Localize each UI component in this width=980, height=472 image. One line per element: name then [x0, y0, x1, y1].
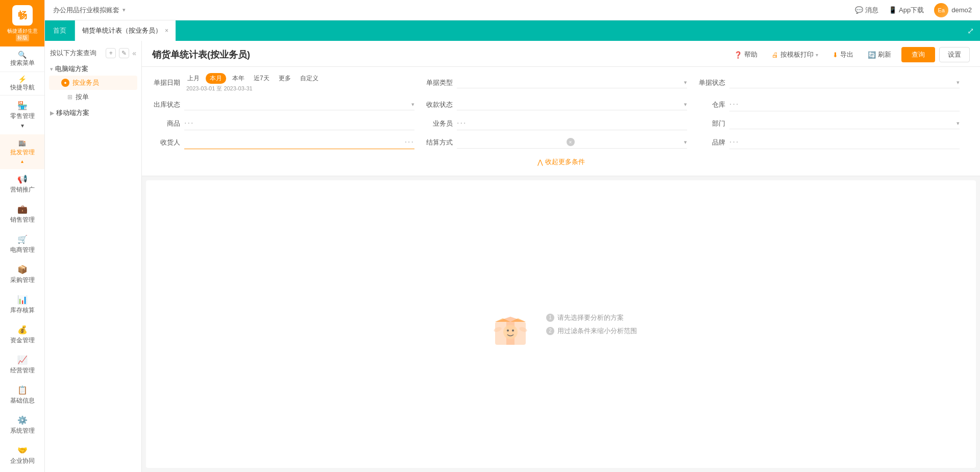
date-tab-this-month[interactable]: 本月 [206, 73, 226, 84]
sidebar-item-label-coop: 企业协同 [10, 457, 35, 465]
help-btn[interactable]: ❓ 帮助 [730, 48, 762, 61]
query-button[interactable]: 查询 [901, 47, 935, 62]
user-section[interactable]: Ea demo2 [934, 3, 972, 17]
doc-type-chevron: ▾ [684, 79, 687, 86]
tip-row-1: 1 请先选择要分析的方案 [546, 311, 637, 324]
sidebar-wholesale[interactable]: 🏬 批发管理 ▴ [0, 134, 44, 169]
tip-row-2: 2 用过滤条件来缩小分析范围 [546, 324, 637, 338]
mobile-group-header[interactable]: ▶ 移动端方案 [45, 106, 141, 120]
tab-active[interactable]: 销货单统计表（按业务员） × [75, 20, 176, 41]
messages-label: 消息 [865, 6, 878, 15]
sidebar-inventory[interactable]: 📊 库存核算 [0, 290, 44, 320]
doc-type-input[interactable]: ▾ [457, 77, 687, 88]
empty-tips: 1 请先选择要分析的方案 2 用过滤条件来缩小分析范围 [546, 311, 637, 338]
message-icon: 💬 [855, 6, 863, 14]
sidebar-sales[interactable]: 💼 销售管理 [0, 199, 44, 229]
sidebar-shortcut[interactable]: ⚡ 快捷导航 [0, 72, 44, 96]
out-status-input[interactable]: ▾ [184, 99, 414, 110]
mobile-arrow: ▶ [50, 110, 54, 116]
sidebar-search[interactable]: 🔍 搜索菜单 [0, 46, 44, 72]
scheme-by-order[interactable]: ⊞ 按单 [49, 90, 137, 104]
print-btn[interactable]: 🖨 按模板打印 ▾ [768, 48, 822, 61]
doc-status-input[interactable]: ▾ [729, 77, 960, 88]
filter-row-4: 收货人 ··· 结算方式 × ▾ [152, 135, 970, 149]
warehouse-dots: ··· [729, 100, 739, 109]
empty-content: 1 请先选择要分析的方案 2 用过滤条件来缩小分析范围 [485, 299, 637, 350]
operation-icon: 📈 [17, 355, 28, 365]
filter-goods: 商品 ··· [152, 116, 425, 130]
edit-scheme-btn[interactable]: ✎ [119, 48, 129, 58]
add-scheme-btn[interactable]: + [106, 48, 116, 58]
sidebar-item-retail[interactable]: 🏪 零售管理 ▾ [0, 96, 44, 134]
tab-expand-btn[interactable]: ⤢ [961, 20, 980, 41]
payment-status-input[interactable]: ▾ [457, 99, 687, 110]
goods-input[interactable]: ··· [184, 116, 414, 130]
settlement-label: 结算方式 [425, 138, 453, 147]
help-label: 帮助 [744, 50, 757, 59]
pc-group-header[interactable]: ▾ 电脑端方案 [49, 62, 137, 76]
sidebar-purchase[interactable]: 📦 采购管理 [0, 259, 44, 290]
consignee-input[interactable]: ··· [184, 135, 414, 149]
wholesale-arrow: ▴ [21, 158, 23, 164]
sidebar-system[interactable]: ⚙️ 系统管理 [0, 410, 44, 440]
sidebar-item-wholesale-group[interactable]: 🏬 批发管理 ▴ [0, 134, 44, 169]
sales-icon: 💼 [17, 204, 28, 214]
pc-group-label: 电脑端方案 [55, 64, 88, 74]
settlement-input[interactable]: × ▾ [457, 136, 687, 149]
sidebar-finance[interactable]: 💰 资金管理 [0, 320, 44, 350]
collapse-filter-btn[interactable]: ⋀ 收起更多条件 [152, 154, 970, 170]
tab-close-btn[interactable]: × [165, 27, 168, 34]
active-tab-label: 销货单统计表（按业务员） [82, 26, 162, 35]
scheme-by-salesperson[interactable]: ● 按业务员 [49, 76, 137, 90]
app-download-btn[interactable]: 📱 App下载 [889, 6, 924, 15]
brand-input[interactable]: ··· [729, 135, 960, 149]
sidebar-marketing[interactable]: 📢 营销推广 [0, 169, 44, 199]
panel-collapse-btn[interactable]: « [132, 49, 136, 57]
filter-row-2: 出库状态 ▾ 收款状态 ▾ 仓库 [152, 98, 970, 111]
coop-icon: 🤝 [17, 445, 28, 455]
workspace-dropdown-arrow[interactable]: ▾ [122, 7, 126, 13]
settlement-clear-btn[interactable]: × [567, 138, 575, 146]
print-dropdown-icon[interactable]: ▾ [816, 52, 818, 58]
avatar-text: Ea [938, 7, 945, 13]
refresh-btn[interactable]: 🔄 刷新 [864, 48, 895, 61]
pc-scheme-group: ▾ 电脑端方案 ● 按业务员 ⊞ 按单 [45, 62, 141, 104]
system-icon: ⚙️ [17, 415, 28, 425]
sidebar-coop[interactable]: 🤝 企业协同 [0, 440, 44, 470]
tip-num-1: 1 [546, 314, 554, 322]
date-tab-custom[interactable]: 自定义 [297, 73, 322, 84]
sidebar-ecommerce[interactable]: 🛒 电商管理 [0, 229, 44, 259]
goods-dots: ··· [184, 119, 194, 128]
sidebar-item-label-inventory: 库存核算 [10, 306, 35, 315]
date-label: 单据日期 [152, 78, 180, 87]
sidebar-basic[interactable]: 📋 基础信息 [0, 380, 44, 410]
filter-doc-status: 单据状态 ▾ [697, 77, 970, 88]
date-tab-last-month[interactable]: 上月 [184, 73, 203, 84]
date-tab-7days[interactable]: 近7天 [251, 73, 273, 84]
user-avatar[interactable]: Ea [934, 3, 948, 17]
active-scheme-dot: ● [61, 79, 69, 87]
settings-button[interactable]: 设置 [939, 47, 970, 62]
date-tab-this-year[interactable]: 本年 [229, 73, 248, 84]
scheme-salesperson-label: 按业务员 [72, 78, 99, 87]
date-tab-more[interactable]: 更多 [276, 73, 294, 84]
svg-point-2 [503, 325, 518, 339]
salesperson-input[interactable]: ··· [457, 116, 687, 130]
basic-icon: 📋 [17, 385, 28, 395]
messages-btn[interactable]: 💬 消息 [855, 6, 878, 15]
collapse-filter-label: 收起更多条件 [545, 157, 585, 167]
tab-home[interactable]: 首页 [45, 20, 75, 41]
sidebar-operation[interactable]: 📈 经营管理 [0, 350, 44, 380]
consignee-label: 收货人 [152, 138, 180, 147]
sidebar-logo[interactable]: 畅 畅捷通好生意 标版 [0, 0, 44, 46]
warehouse-input[interactable]: ··· [729, 98, 960, 111]
consignee-dots: ··· [405, 137, 414, 147]
export-btn[interactable]: ⬇ 导出 [828, 48, 857, 61]
content-area: 按以下方案查询 + ✎ « ▾ 电脑端方案 [45, 41, 980, 472]
app-download-label: App下载 [899, 6, 924, 15]
department-input[interactable]: ▾ [729, 118, 960, 129]
tip-num-2: 2 [546, 327, 554, 335]
filter-row-1: 单据日期 上月 本月 本年 近7天 更多 自定义 2023-03-01 至 20… [152, 73, 970, 92]
sidebar-retail[interactable]: 🏪 零售管理 ▾ [0, 96, 44, 134]
empty-state: 1 请先选择要分析的方案 2 用过滤条件来缩小分析范围 [146, 180, 976, 468]
